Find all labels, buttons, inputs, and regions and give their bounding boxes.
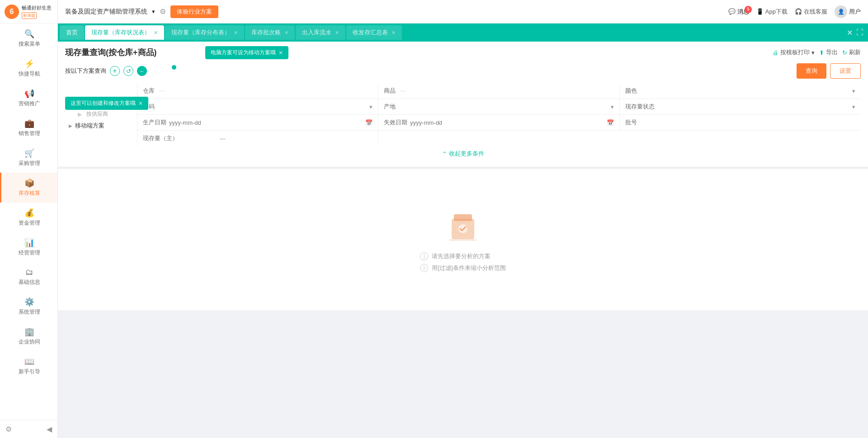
basic-nav-icon: 🗂: [25, 268, 33, 277]
tab-inventory-status[interactable]: 现存量（库存状况表） ✕: [85, 25, 164, 40]
refresh-button[interactable]: ↻ 刷新: [842, 48, 861, 57]
prod-date-label: 生产日期: [143, 118, 166, 127]
tab-inventory-dist[interactable]: 现存量（库存分布表） ✕: [165, 25, 244, 40]
sidebar-item-label: 新手引导: [19, 368, 40, 376]
filter-refresh-button[interactable]: ↺: [123, 66, 133, 76]
tab-collect[interactable]: 收发存汇总表 ✕: [346, 25, 402, 40]
topbar-settings-icon[interactable]: ⚙: [160, 7, 166, 16]
collapse-label: 收起更多条件: [449, 150, 484, 158]
sidebar-item-enterprise[interactable]: 🏢 企业协同: [0, 321, 57, 351]
sidebar-item-system[interactable]: ⚙️ 系统管理: [0, 292, 57, 321]
message-icon: 💬: [728, 8, 736, 15]
message-count: 9: [745, 6, 752, 13]
sidebar-item-inventory[interactable]: 📦 库存核算: [0, 173, 57, 203]
mobile-expand-icon: ▶: [69, 123, 72, 128]
tab-close-icon[interactable]: ✕: [234, 30, 238, 36]
tooltip-scheme-hint: 电脑方案可设为移动方案哦 ✕: [205, 46, 288, 59]
search-nav-icon: 🔍: [24, 29, 34, 39]
sidebar-item-label: 搜索菜单: [19, 40, 40, 48]
sidebar-settings-icon[interactable]: ⚙: [5, 425, 12, 433]
experience-button[interactable]: 体验行业方案: [170, 5, 218, 18]
scheme-sub-item[interactable]: ▶ 按供应商: [65, 108, 137, 120]
user-action[interactable]: 👤 用户: [835, 5, 861, 18]
tooltip-close2-icon[interactable]: ✕: [138, 100, 143, 107]
sidebar-item-marketing[interactable]: 📢 营销推广: [0, 83, 57, 113]
sidebar-item-guide[interactable]: 📖 新手引导: [0, 351, 57, 381]
marketing-nav-icon: 📢: [24, 89, 34, 99]
stock-qty-min-input[interactable]: [181, 135, 217, 142]
sidebar-item-sales[interactable]: 💼 销售管理: [0, 113, 57, 143]
query-button[interactable]: 查询: [797, 63, 826, 79]
inventory-nav-icon: 📦: [24, 178, 34, 188]
tab-close-icon[interactable]: ✕: [335, 30, 339, 36]
empty-steps: 1 请先选择要分析的方案 2 用[过滤]条件来缩小分析范围: [420, 250, 505, 274]
sidebar-item-label: 库存核算: [19, 189, 40, 197]
stock-qty-filter: 现存量（主） —: [137, 131, 378, 146]
warehouse-dots[interactable]: ···: [159, 87, 373, 95]
sidebar-item-quick[interactable]: ⚡ 快捷导航: [0, 53, 57, 83]
tab-close-icon[interactable]: ✕: [392, 30, 396, 36]
goods-label: 商品: [384, 87, 397, 95]
empty-step-2-text: 用[过滤]条件来缩小分析范围: [432, 262, 505, 274]
sidebar-item-search[interactable]: 🔍 搜索菜单: [0, 24, 57, 53]
stock-status-arrow[interactable]: ▾: [852, 104, 855, 110]
filter-main: 这里可以创建和修改方案哦 ✕ ▼ 电脑端方案 ▶ 按供应商: [65, 83, 861, 146]
sidebar-item-basic[interactable]: 🗂 基础信息: [0, 262, 57, 292]
purchase-nav-icon: 🛒: [24, 148, 34, 158]
sidebar-item-label: 销售管理: [19, 130, 40, 137]
sidebar-item-purchase[interactable]: 🛒 采购管理: [0, 143, 57, 173]
service-icon: 🎧: [795, 8, 802, 15]
filter-arrow-button[interactable]: ←: [137, 66, 147, 76]
sidebar-item-label: 企业协同: [19, 338, 40, 346]
print-label: 按模板打印: [780, 48, 810, 57]
close-all-tabs-btn[interactable]: ✕: [847, 28, 853, 37]
sidebar-item-finance[interactable]: 💰 资金管理: [0, 203, 57, 232]
sidebar-nav: 🔍 搜索菜单 ⚡ 快捷导航 📢 营销推广 💼 销售管理 🛒 采购管理 📦 库存核…: [0, 24, 57, 420]
size-select-arrow[interactable]: ▾: [369, 104, 373, 110]
logo-text: 畅通好好生意: [22, 5, 52, 11]
online-service-action[interactable]: 🎧 在线客服: [795, 8, 827, 16]
filter-header: 按以下方案查询 + ↺ ← 电脑方案可设为移动方案哦 ✕ 查询 设置: [65, 63, 861, 79]
message-action[interactable]: 💬 9 消息: [728, 8, 749, 16]
tab-inout[interactable]: 出入库流水 ✕: [296, 25, 345, 40]
tab-close-icon[interactable]: ✕: [284, 30, 288, 36]
reset-button[interactable]: 设置: [830, 63, 861, 79]
print-icon: 🖨: [773, 49, 778, 56]
filter-fields: 仓库 ··· 商品 ··· 颜色: [137, 83, 861, 146]
tab-home[interactable]: 首页: [60, 25, 84, 40]
sales-nav-icon: 💼: [24, 118, 34, 128]
exp-date-label: 失效日期: [384, 118, 407, 127]
color-select-arrow[interactable]: ▾: [852, 88, 855, 94]
system-selector[interactable]: ▾: [152, 8, 155, 15]
batch-no-label: 批号: [625, 118, 639, 127]
fullscreen-btn[interactable]: ⛶: [856, 28, 863, 37]
tooltip-close-icon[interactable]: ✕: [278, 50, 283, 56]
prod-date-calendar-icon[interactable]: 📅: [365, 119, 373, 126]
avatar-icon: 👤: [838, 9, 844, 15]
color-filter: 颜色 ▾: [620, 83, 861, 99]
sidebar-collapse-icon[interactable]: ◀: [47, 425, 52, 433]
page-content: 现存量查询(按仓库+商品) 🖨 按模板打印 ▾ ⬆ 导出 ↻ 刷新: [58, 42, 868, 438]
origin-select-arrow[interactable]: ▾: [611, 104, 614, 110]
stock-qty-max-input[interactable]: [228, 135, 264, 142]
batch-no-filter: 批号: [620, 115, 861, 130]
exp-date-calendar-icon[interactable]: 📅: [607, 119, 614, 126]
batch-no-input[interactable]: [642, 119, 855, 126]
tab-close-icon[interactable]: ✕: [154, 30, 158, 36]
sidebar: 6 畅通好好生意 标准版 🔍 搜索菜单 ⚡ 快捷导航 📢 营销推广 💼 销售管理…: [0, 0, 58, 438]
sidebar-item-label: 营销推广: [19, 100, 40, 108]
export-button[interactable]: ⬆ 导出: [819, 48, 838, 57]
app-download-action[interactable]: 📱 App下载: [756, 8, 788, 16]
scheme-item-mobile[interactable]: ▶ 移动端方案: [65, 120, 137, 132]
prod-date-input[interactable]: [169, 119, 363, 126]
print-button[interactable]: 🖨 按模板打印 ▾: [773, 48, 815, 57]
collapse-row[interactable]: ⌃ 收起更多条件: [65, 146, 861, 161]
system-nav-icon: ⚙️: [24, 297, 34, 307]
empty-step-1: 1 请先选择要分析的方案: [420, 250, 505, 262]
filter-add-button[interactable]: +: [110, 66, 120, 76]
goods-dots[interactable]: ···: [400, 87, 613, 95]
tab-batch[interactable]: 库存批次账 ✕: [245, 25, 295, 40]
stock-status-label: 现存量状态: [625, 103, 655, 111]
sidebar-item-operations[interactable]: 📊 经营管理: [0, 232, 57, 262]
exp-date-input[interactable]: [410, 119, 604, 126]
